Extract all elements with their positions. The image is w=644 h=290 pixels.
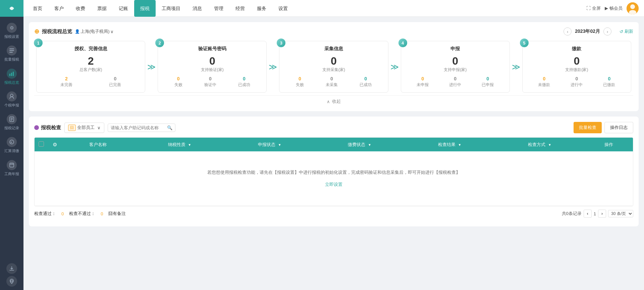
fail-count[interactable]: 0: [101, 211, 103, 216]
next-page-button[interactable]: ›: [598, 210, 606, 218]
step-subtitle-3: 支持采集(家): [285, 67, 382, 73]
col-pay-status: 缴费状态 ▼: [315, 138, 405, 151]
tax-check-title-text: 报税检查: [41, 125, 61, 131]
purple-dot-icon: [34, 125, 39, 130]
next-month-button[interactable]: ›: [603, 27, 611, 35]
refresh-button[interactable]: ↺ 刷新: [620, 28, 633, 34]
stat-val-complete: 0: [114, 76, 116, 81]
col-gear: ⚙: [48, 138, 61, 151]
step-num-4: 4: [398, 39, 407, 47]
nav-invoice[interactable]: 票据: [91, 0, 113, 17]
user-avatar[interactable]: [627, 2, 639, 14]
stat-not-paid: 0 未缴款: [538, 76, 550, 88]
step-count-4: 0: [407, 55, 504, 67]
step-title-5: 缴款: [528, 46, 626, 52]
step-subtitle-5: 支持缴款(家): [528, 67, 626, 73]
nav-message[interactable]: 消息: [186, 0, 208, 17]
nav-business[interactable]: 工商项目: [156, 0, 186, 17]
nav-home[interactable]: 首页: [27, 0, 48, 17]
nav-service[interactable]: 服务: [251, 0, 272, 17]
nav-accounting[interactable]: 记账: [113, 0, 134, 17]
stat-not-collected: 0 未采集: [326, 76, 338, 88]
col-client-label: 客户名称: [89, 142, 107, 147]
stat-val-vok: 0: [243, 76, 246, 81]
prev-page-button[interactable]: ‹: [584, 210, 592, 218]
region-selector[interactable]: 👤 上海(电子税局) ∨: [75, 28, 114, 34]
result-filter-icon[interactable]: ▼: [458, 143, 462, 147]
batch-check-button[interactable]: 批量检查: [574, 122, 602, 133]
download-icon[interactable]: [6, 263, 17, 274]
collapse-button[interactable]: ∧ 收起: [34, 95, 633, 106]
operation-log-button[interactable]: 操作日志: [604, 122, 633, 133]
method-filter-icon[interactable]: ▼: [548, 143, 551, 147]
month-navigation: ‹ 2023年02月 ›: [564, 27, 611, 35]
nav-settings[interactable]: 设置: [272, 0, 294, 17]
fullscreen-button[interactable]: ⛶ 全屏: [586, 5, 601, 11]
stat-val-pk: 0: [608, 76, 611, 81]
tax-type-filter-icon[interactable]: ▼: [188, 143, 191, 147]
stat-val-cfail: 0: [299, 76, 301, 81]
employee-filter[interactable]: 囧 全部员工 ∨: [64, 123, 104, 133]
current-month: 2023年02月: [575, 28, 600, 34]
pass-label: 检查通过：: [34, 211, 56, 217]
pay-filter-icon[interactable]: ▼: [368, 143, 371, 147]
sidebar-item-settlement[interactable]: ¥ 汇算清缴: [0, 134, 23, 156]
filter-tag: 囧: [68, 125, 76, 131]
refresh-label: 刷新: [625, 28, 633, 34]
location-icon[interactable]: [6, 276, 17, 287]
sidebar-item-tax-overview[interactable]: 报税总览: [0, 65, 23, 88]
stat-complete: 0 已完善: [109, 76, 121, 88]
nav-management[interactable]: 管理: [208, 0, 229, 17]
pass-count[interactable]: 0: [61, 211, 64, 216]
search-input[interactable]: [111, 125, 167, 130]
fullscreen-icon: ⛶: [586, 6, 591, 11]
sidebar-item-tax-records[interactable]: 报税记录: [0, 111, 23, 134]
stat-label-vfail: 失败: [174, 82, 182, 88]
empty-message: 若您想使用报税检查功能，请先在【报税设置】中进行报税的初始化设置，完成密码验证和…: [39, 155, 629, 202]
nav-client[interactable]: 客户: [48, 0, 70, 17]
stat-label-np: 未缴款: [538, 82, 550, 88]
nav-tax[interactable]: 报税: [134, 0, 156, 17]
collapse-icon: ∧: [327, 99, 330, 104]
nav-operation[interactable]: 经营: [229, 0, 251, 17]
stat-verify-ok: 0 已成功: [238, 76, 250, 88]
declare-filter-icon[interactable]: ▼: [278, 143, 281, 147]
svg-rect-7: [9, 74, 10, 76]
stat-val-pi: 0: [576, 76, 578, 81]
add-icon: ⊕: [34, 28, 39, 35]
fail-label: 检查不通过：: [69, 211, 95, 217]
step-authorize: 1 授权、完善信息 2 总客户数(家) 2 未完善 0 已完善: [36, 41, 145, 93]
vip-button[interactable]: ▶ 畅会员: [605, 5, 623, 11]
note-label: 囧有备注: [108, 211, 126, 217]
step-count-5: 0: [528, 55, 626, 67]
tax-overview-icon: [7, 69, 17, 79]
col-tax-type-label: 纳税性质: [168, 142, 185, 147]
sidebar-item-tax-settings[interactable]: ⚙ 报税设置: [0, 19, 23, 42]
arrow-4-5: ≫: [512, 41, 520, 93]
col-method-label: 检查方式: [528, 142, 545, 147]
arrow-1-2: ≫: [147, 41, 156, 93]
sidebar-item-annual-report[interactable]: 工商年报: [0, 157, 23, 179]
sidebar-label-batch-tax: 批量报税: [4, 57, 19, 62]
table-gear-icon[interactable]: ⚙: [53, 142, 57, 147]
stat-label-cok: 已成功: [360, 82, 372, 88]
stat-label-dok: 已申报: [482, 82, 494, 88]
nav-fees[interactable]: 收费: [70, 0, 91, 17]
page-size-select[interactable]: 30 条/页: [608, 210, 633, 217]
stat-label-cfail: 失败: [296, 82, 304, 88]
select-all-checkbox[interactable]: [39, 141, 44, 147]
setup-link[interactable]: 立即设置: [325, 182, 342, 187]
arrow-2-3: ≫: [269, 41, 277, 93]
search-icon[interactable]: 🔍: [167, 125, 172, 130]
sidebar-label-tax-overview: 报税总览: [4, 80, 19, 85]
tax-records-icon: [7, 114, 17, 124]
prev-month-button[interactable]: ‹: [564, 27, 572, 35]
sidebar-item-personal-tax[interactable]: 个税申报: [0, 88, 23, 111]
step-title-1: 授权、完善信息: [42, 46, 140, 52]
col-tax-type: 纳税性质 ▼: [135, 138, 224, 151]
stat-val-cok: 0: [364, 76, 367, 81]
tax-settings-icon: ⚙: [7, 23, 17, 33]
app-logo[interactable]: [0, 0, 23, 17]
action-buttons: 批量检查 操作日志: [574, 122, 633, 133]
sidebar-item-batch-tax[interactable]: 批量报税: [0, 42, 23, 65]
